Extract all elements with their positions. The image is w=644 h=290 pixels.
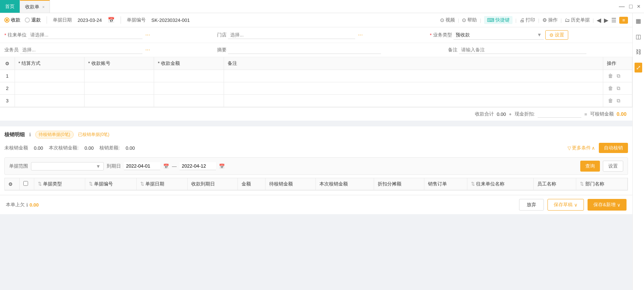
th-settlement-label: * 结算方式	[19, 60, 41, 66]
no-value: SK-20230324-001	[152, 17, 190, 23]
tab-home[interactable]: 首页	[0, 0, 20, 13]
date-range-select[interactable]: ▼	[31, 162, 104, 171]
row-account-2[interactable]	[84, 82, 154, 95]
video-btn[interactable]: ⊙ 视频	[440, 17, 455, 23]
window-minimize-btn[interactable]: —	[619, 3, 625, 10]
help-btn[interactable]: ⊙ 帮助	[462, 17, 477, 23]
staff-input[interactable]	[20, 46, 142, 54]
video-label: 视频	[445, 17, 455, 23]
settings-button[interactable]: ⚙ 设置	[545, 30, 568, 40]
more-conditions-btn[interactable]: ▽ 更多条件 ∧	[568, 145, 595, 151]
shop-more-icon[interactable]: ···	[358, 32, 363, 38]
tab-receipt-label: 收款单	[25, 4, 39, 10]
result-label: 可核销金额	[590, 111, 614, 117]
shortcut-btn[interactable]: ⌨ 快捷键	[484, 16, 513, 24]
nav-orange-btn[interactable]: ≡	[619, 17, 628, 24]
radio-refund-dot	[25, 17, 30, 23]
staff-field: 业务员 ···	[4, 46, 150, 54]
save-new-button[interactable]: 保存&新增 ∨	[588, 199, 627, 211]
bottom-th-discount: 折扣分摊额	[374, 178, 424, 190]
row-remark-1[interactable]	[224, 70, 603, 82]
sidebar-table-icon[interactable]: ▦	[634, 16, 643, 26]
bottom-th-this: 本次核销金额	[316, 178, 374, 190]
row-action-3: 🗑 ⧉	[603, 95, 632, 107]
row-account-1[interactable]	[84, 70, 154, 82]
bottom-right: 放弃 保存草稿 ∨ 保存&新增 ∨	[519, 199, 627, 211]
partner-more-icon[interactable]: ···	[145, 32, 150, 38]
print-btn[interactable]: 🖨 打印	[519, 17, 535, 23]
row-settlement-1[interactable]	[15, 70, 84, 82]
summary-row: 收款合计 0.00 + 现金折扣: = 可核销金额 0.00	[0, 107, 632, 121]
row-settlement-2[interactable]	[15, 82, 84, 95]
delete-icon-3[interactable]: 🗑	[608, 98, 613, 103]
table-row: 3 🗑 ⧉	[0, 95, 632, 107]
radio-receipt-dot	[4, 17, 9, 23]
discard-button[interactable]: 放弃	[519, 199, 544, 211]
calendar-icon[interactable]: 📅	[108, 17, 115, 23]
save-draft-button[interactable]: 保存草稿 ∨	[547, 199, 584, 211]
sidebar-doc-icon[interactable]: ◫	[634, 32, 643, 42]
delete-icon-1[interactable]: 🗑	[608, 73, 613, 79]
calendar-from-icon[interactable]: 📅	[163, 164, 169, 169]
tab-close-icon[interactable]: ×	[42, 5, 44, 9]
select-all-checkbox[interactable]	[23, 181, 28, 186]
staff-more-icon[interactable]: ···	[145, 47, 150, 53]
bottom-th-date-label: 单据日期	[145, 181, 164, 187]
tab-receipt[interactable]: 收款单 ×	[20, 0, 50, 13]
window-close-btn[interactable]: ×	[637, 3, 640, 10]
delete-icon-2[interactable]: 🗑	[608, 85, 613, 91]
row-settlement-3[interactable]	[15, 95, 84, 107]
summary-label: 摘要	[217, 47, 227, 53]
window-controls: — □ ×	[619, 3, 644, 10]
sidebar-link-icon[interactable]: ⛓	[634, 47, 643, 57]
business-type-select[interactable]: 预收款 ▼	[453, 31, 544, 40]
calendar-to-icon[interactable]: 📅	[219, 164, 225, 169]
due-from-input[interactable]	[124, 162, 160, 170]
window-maximize-btn[interactable]: □	[629, 3, 633, 10]
sidebar-expand-icon[interactable]: ⤢	[635, 63, 642, 72]
bottom-th-gear[interactable]: ⚙	[5, 178, 19, 190]
radio-refund[interactable]: 退款	[25, 17, 41, 23]
radio-receipt[interactable]: 收款	[4, 17, 20, 23]
toolbar-right: ⊙ 视频 | ⊙ 帮助 | ⌨ 快捷键 | 🖨 打印 | ⚙ 操作	[440, 16, 628, 24]
partner-input[interactable]	[28, 31, 142, 39]
nav-left-icon[interactable]: ◀	[597, 17, 601, 24]
row-remark-2[interactable]	[224, 82, 603, 95]
pending-tag[interactable]: 待核销单据(0笔)	[35, 131, 74, 138]
th-gear[interactable]: ⚙	[0, 57, 15, 70]
history-btn[interactable]: 🗂 历史单据	[565, 17, 590, 23]
gear-bottom-icon[interactable]: ⚙	[8, 181, 13, 187]
sort-icon-4: ⇅	[471, 181, 475, 187]
nuclear-settings-button[interactable]: 设置	[603, 161, 623, 172]
gear-table-icon[interactable]: ⚙	[5, 61, 9, 66]
row-amount-3[interactable]	[154, 95, 224, 107]
operation-btn[interactable]: ⚙ 操作	[542, 17, 558, 23]
bottom-th-dept-label: 部门名称	[585, 181, 604, 187]
copy-icon-2[interactable]: ⧉	[617, 85, 620, 91]
th-remark-label: 备注	[228, 60, 237, 66]
query-button[interactable]: 查询	[580, 161, 600, 172]
layout-icon[interactable]: ☰	[611, 17, 616, 24]
required-star: *	[4, 32, 6, 38]
done-tag[interactable]: 已核销单据(0笔)	[78, 132, 110, 138]
bottom-th-checkbox[interactable]	[19, 178, 34, 190]
copy-icon-3[interactable]: ⧉	[617, 98, 620, 103]
table-container: ⚙ * 结算方式 * 收款账号 * 收款金额 备注 操作	[0, 57, 632, 107]
nav-right-icon[interactable]: ▶	[604, 17, 608, 24]
shop-input[interactable]	[228, 31, 355, 39]
row-amount-1[interactable]	[154, 70, 224, 82]
row-amount-2[interactable]	[154, 82, 224, 95]
summary-input[interactable]	[228, 46, 381, 54]
history-label: 历史单据	[571, 17, 590, 23]
row-account-3[interactable]	[84, 95, 154, 107]
chevron-up-icon: ∧	[592, 145, 595, 151]
row-remark-3[interactable]	[224, 95, 603, 107]
divider2	[121, 16, 121, 24]
copy-icon-1[interactable]: ⧉	[617, 73, 620, 79]
filter-icon: ▽	[568, 145, 571, 151]
no-label: 单据编号	[127, 17, 146, 23]
discount-input[interactable]	[538, 110, 581, 118]
auto-write-off-button[interactable]: 自动核销	[599, 143, 628, 153]
due-to-input[interactable]	[180, 162, 216, 170]
remark-input[interactable]	[459, 46, 586, 54]
